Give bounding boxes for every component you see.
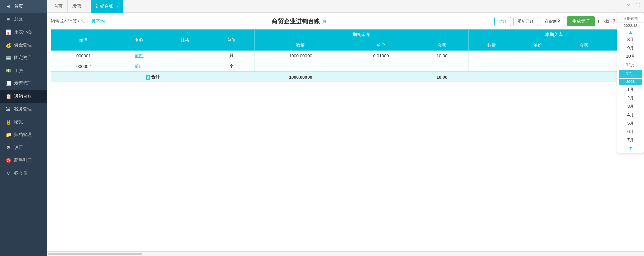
month-9[interactable]: 9月 (617, 44, 644, 52)
col-header-id: 编号 (51, 30, 116, 51)
total-begin-qty: 1000.00000 (255, 72, 347, 82)
month-10[interactable]: 10月 (617, 52, 644, 61)
sidebar-item-reports[interactable]: 📊 报表中心 (0, 26, 47, 39)
download-icon: ⬇ (597, 19, 600, 24)
sidebar-item-label: 畅会员 (14, 170, 27, 176)
page-title: 商贸企业进销台账 (271, 17, 320, 25)
month-2[interactable]: 2月 (617, 94, 644, 102)
col-header-spec: 规格 (162, 30, 208, 51)
purchase-sales-icon: 📋 (5, 94, 11, 99)
cell-begin-qty: 1000.00000 (255, 51, 347, 61)
month-selector-panel: 月份选择 2022.12 ▲ 8月 9月 10月 11月 12月 2023 1月… (617, 13, 644, 153)
month-5[interactable]: 5月 (617, 119, 644, 128)
cell-begin-price (347, 61, 415, 72)
window-controls: × ⛶ (626, 2, 641, 9)
settings-icon: ⚙ (5, 145, 11, 150)
title-doc-icon[interactable]: 目 (322, 19, 327, 24)
cell-id: 000001 (51, 51, 116, 61)
total-label: 合合计 (51, 72, 255, 82)
cell-in-amount (561, 51, 607, 61)
tab-purchase-sales[interactable]: 进销台账 × (91, 0, 123, 13)
cell-id: 000002 (51, 61, 116, 72)
col-group-in: 本期入库 (469, 30, 640, 40)
table-row: 000001 前缸 只 1000.00000 0.01000 10.00 (51, 51, 640, 61)
sidebar-item-guide[interactable]: 🎯 新手引导 (0, 154, 47, 167)
month-4[interactable]: 4月 (617, 111, 644, 119)
col-begin-qty: 数量 (255, 40, 347, 51)
sidebar-item-assets[interactable]: 🏢 固定资产 (0, 51, 47, 64)
download-button[interactable]: ⬇ 下载 (597, 19, 609, 24)
total-in-amount (561, 72, 607, 82)
sidebar-item-label: 工资 (14, 68, 23, 74)
cell-in-qty (469, 61, 515, 72)
sidebar-item-invoice-mgmt[interactable]: 🧾 发票管理 (0, 77, 47, 90)
month-1[interactable]: 1月 (617, 85, 644, 94)
col-begin-price: 单价 (347, 40, 415, 51)
sidebar-item-ledger[interactable]: ≡ 总账 (0, 13, 47, 26)
sidebar-item-funds[interactable]: 💰 资金管理 (0, 39, 47, 51)
total-begin-price (347, 72, 415, 82)
tab-purchase-sales-label: 进销台账 (96, 3, 113, 9)
col-begin-amount: 金额 (415, 40, 469, 51)
col-header-name: 名称 (116, 30, 162, 51)
col-header-unit: 单位 (208, 30, 255, 51)
window-close-button[interactable]: × (626, 2, 631, 9)
reports-icon: 📊 (5, 29, 11, 35)
sidebar-item-archive[interactable]: 📁 归档管理 (0, 128, 47, 141)
sidebar-item-member[interactable]: V 畅会员 (0, 167, 47, 180)
help-icon: ❓ (611, 19, 616, 24)
total-row: 合合计 1000.00000 10.00 (51, 72, 640, 82)
cell-in-price (515, 61, 561, 72)
total-icon: 合 (146, 75, 150, 80)
tab-invoice[interactable]: 发票 × (68, 0, 91, 13)
data-table: 编号 名称 规格 单位 期初余额 本期入库 数量 单价 金额 数量 单价 金额 (51, 29, 640, 82)
table-row: 000002 前缸 个 (51, 61, 640, 72)
sidebar-item-purchase-sales[interactable]: 📋 进销台账 (0, 90, 47, 103)
month-panel-title: 月份选择 (617, 15, 644, 23)
cell-in-price (515, 51, 561, 61)
window-maximize-button[interactable]: ⛶ (634, 2, 641, 9)
month-11[interactable]: 11月 (617, 61, 644, 69)
col-in-amount: 金额 (561, 40, 607, 51)
generate-voucher-button[interactable]: 生成凭证 (567, 16, 595, 26)
month-7[interactable]: 7月 (617, 136, 644, 145)
month-scroll-down[interactable]: ▼ (617, 145, 644, 151)
month-8[interactable]: 8月 (617, 35, 644, 44)
name-link[interactable]: 前缸 (135, 63, 143, 69)
cell-in-amount (561, 61, 607, 72)
tab-home-label: 首页 (54, 3, 63, 9)
tab-home[interactable]: 首页 (49, 0, 68, 13)
sidebar-item-salary[interactable]: 💵 工资 (0, 64, 47, 77)
month-12[interactable]: 12月 (619, 70, 642, 78)
sidebar-item-close[interactable]: 🔒 结账 (0, 116, 47, 128)
tab-purchase-sales-close[interactable]: × (116, 4, 118, 8)
page-content: 销售成本计算方法： 月平均 商贸企业进销台账 目 对账 重新开账 存货别名 生成… (47, 13, 644, 251)
tab-invoice-label: 发票 (72, 3, 81, 9)
cost-method-label: 销售成本计算方法： (51, 19, 90, 24)
cell-spec (162, 51, 208, 61)
sidebar-item-label: 固定资产 (14, 55, 32, 61)
reconcile-button[interactable]: 对账 (494, 17, 511, 26)
total-begin-amount: 10.00 (415, 72, 469, 82)
month-6[interactable]: 6月 (617, 128, 644, 136)
sidebar-item-home[interactable]: ⊞ 首页 (0, 0, 47, 13)
sidebar: ⊞ 首页 ≡ 总账 📊 报表中心 💰 资金管理 🏢 固定资产 💵 工资 🧾 发票… (0, 0, 47, 256)
reopen-button[interactable]: 重新开账 (513, 17, 538, 26)
month-scroll-up[interactable]: ▲ (617, 29, 644, 35)
sidebar-item-tax[interactable]: 🏛 税务管理 (0, 103, 47, 116)
toolbar: 销售成本计算方法： 月平均 商贸企业进销台账 目 对账 重新开账 存货别名 生成… (51, 16, 640, 26)
ledger-icon: ≡ (5, 17, 11, 22)
tab-invoice-close[interactable]: × (84, 4, 86, 8)
sidebar-item-label: 归档管理 (14, 132, 32, 138)
cell-begin-amount: 10.00 (415, 51, 469, 61)
archive-icon: 📁 (5, 132, 11, 137)
data-table-wrapper: 编号 名称 规格 单位 期初余额 本期入库 数量 单价 金额 数量 单价 金额 (51, 29, 640, 248)
page-title-area: 商贸企业进销台账 目 (271, 17, 327, 25)
month-3[interactable]: 3月 (617, 102, 644, 111)
horizontal-scrollbar[interactable] (48, 253, 142, 255)
cell-in-qty (469, 51, 515, 61)
sidebar-item-settings[interactable]: ⚙ 设置 (0, 141, 47, 154)
sidebar-item-label: 报表中心 (14, 29, 32, 35)
name-link[interactable]: 前缸 (135, 53, 143, 58)
save-alias-button[interactable]: 存货别名 (540, 17, 565, 26)
